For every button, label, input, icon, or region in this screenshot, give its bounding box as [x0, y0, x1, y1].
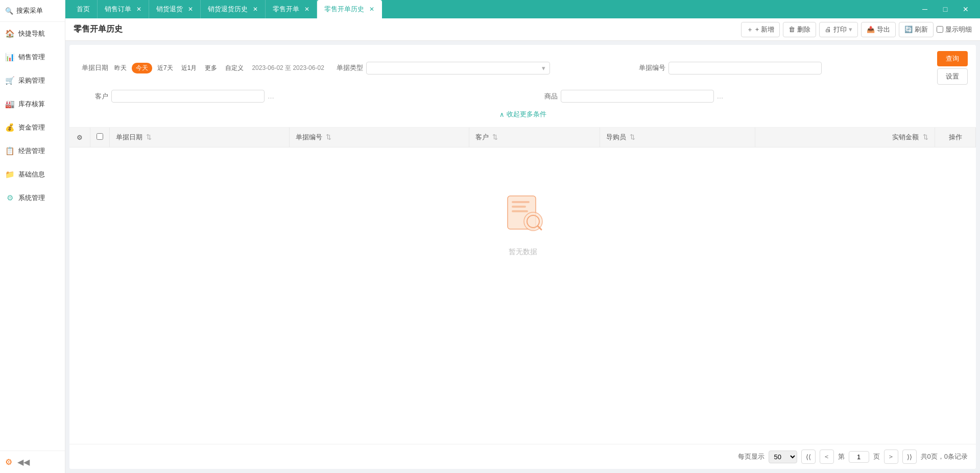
- print-icon: 🖨: [825, 26, 831, 33]
- order-type-label: 单据类型: [332, 63, 363, 72]
- export-icon: 📤: [867, 26, 875, 33]
- query-button[interactable]: 查询: [937, 51, 968, 66]
- tab-sales-return-history-close[interactable]: ✕: [253, 6, 258, 13]
- date-filter-label: 单据日期: [78, 63, 108, 72]
- print-dropdown-icon: ▾: [849, 26, 852, 33]
- order-no-input[interactable]: [668, 62, 822, 74]
- th-amount-label: 实销金额: [892, 133, 919, 141]
- page-prefix-label: 第: [838, 452, 845, 461]
- show-detail-checkbox[interactable]: [937, 26, 943, 33]
- page-number-input[interactable]: [849, 451, 869, 463]
- tab-retail-open[interactable]: 零售开单 ✕: [266, 0, 317, 18]
- sidebar-item-sys-mgmt[interactable]: ⚙ 系统管理: [0, 186, 65, 210]
- tab-retail-open-history[interactable]: 零售开单历史 ✕: [317, 0, 382, 18]
- date-btn-today[interactable]: 今天: [132, 63, 152, 73]
- th-date[interactable]: 单据日期 ⇅: [109, 128, 289, 147]
- date-btn-7days[interactable]: 近7天: [154, 63, 176, 73]
- add-label: + 新增: [755, 25, 774, 34]
- customer-input[interactable]: [111, 90, 265, 103]
- refresh-button[interactable]: 🔄 刷新: [899, 22, 934, 37]
- th-customer[interactable]: 客户 ⇅: [469, 128, 600, 147]
- collapse-filter-btn[interactable]: ∧ 收起更多条件: [499, 108, 546, 121]
- chart-icon: 📊: [5, 53, 14, 62]
- per-page-select[interactable]: 50 100 200: [769, 451, 797, 463]
- first-page-btn[interactable]: ⟨⟨: [801, 450, 816, 464]
- query-buttons: 查询 设置: [937, 51, 968, 85]
- tab-sales-return-history[interactable]: 销货退货历史 ✕: [201, 0, 266, 18]
- folder-icon: 📁: [5, 170, 14, 179]
- tab-sales-return-history-label: 销货退货历史: [208, 5, 248, 14]
- window-minimize-btn[interactable]: ─: [915, 0, 935, 18]
- next-page-btn[interactable]: ＞: [884, 450, 898, 464]
- show-detail-check[interactable]: 显示明细: [937, 25, 972, 34]
- th-checkbox[interactable]: [90, 128, 109, 147]
- select-all-checkbox[interactable]: [97, 133, 103, 140]
- delete-icon: 🗑: [788, 26, 795, 33]
- sidebar-search[interactable]: 🔍 搜索采单: [0, 0, 65, 22]
- sort-date-icon: ⇅: [146, 133, 152, 141]
- customer-dots[interactable]: …: [268, 92, 275, 100]
- th-amount[interactable]: 实销金额 ⇅: [755, 128, 935, 147]
- tab-sales-return-close[interactable]: ✕: [188, 6, 193, 13]
- goods-label: 商品: [527, 92, 558, 101]
- window-close-btn[interactable]: ✕: [955, 0, 976, 18]
- settings-footer-icon[interactable]: ⚙: [5, 457, 12, 467]
- order-no-label: 单据编号: [635, 63, 665, 72]
- th-no[interactable]: 单据编号 ⇅: [289, 128, 469, 147]
- add-button[interactable]: ＋ + 新增: [741, 22, 780, 37]
- sidebar-item-basic-info[interactable]: 📁 基础信息: [0, 163, 65, 186]
- goods-input[interactable]: [561, 90, 714, 103]
- sidebar-item-operation[interactable]: 📋 经营管理: [0, 139, 65, 163]
- sidebar-item-inventory[interactable]: 🏭 库存核算: [0, 92, 65, 116]
- cart-icon: 🛒: [5, 76, 14, 85]
- sort-salesperson-icon: ⇅: [630, 133, 635, 141]
- export-button[interactable]: 📤 导出: [861, 22, 896, 37]
- tab-sales-order-label: 销售订单: [105, 5, 131, 14]
- empty-text: 暂无数据: [509, 247, 537, 257]
- sidebar-item-quick-nav[interactable]: 🏠 快捷导航: [0, 22, 65, 45]
- collapse-footer-icon[interactable]: ◀◀: [17, 457, 30, 467]
- tab-retail-open-history-label: 零售开单历史: [324, 5, 364, 14]
- delete-button[interactable]: 🗑 删除: [783, 22, 816, 37]
- th-action-label: 操作: [949, 133, 962, 141]
- last-page-btn[interactable]: ⟩⟩: [902, 450, 917, 464]
- money-icon: 💰: [5, 123, 14, 132]
- goods-dots[interactable]: …: [717, 92, 725, 100]
- prev-page-btn[interactable]: ＜: [820, 450, 834, 464]
- setting-button[interactable]: 设置: [937, 68, 968, 85]
- th-salesperson[interactable]: 导购员 ⇅: [600, 128, 755, 147]
- sidebar-item-finance[interactable]: 💰 资金管理: [0, 116, 65, 139]
- date-btn-custom[interactable]: 自定义: [222, 63, 247, 73]
- date-shortcuts: 昨天 今天 近7天 近1月 更多 自定义: [111, 63, 247, 73]
- svg-rect-1: [512, 201, 530, 203]
- search-icon: 🔍: [5, 7, 13, 15]
- warehouse-icon: 🏭: [5, 99, 14, 109]
- empty-illustration: [497, 188, 548, 239]
- sidebar-item-label: 库存核算: [18, 99, 45, 109]
- sidebar-item-sales-mgmt[interactable]: 📊 销售管理: [0, 45, 65, 69]
- sidebar-item-label: 系统管理: [18, 193, 45, 203]
- collapse-up-icon: ∧: [499, 111, 505, 118]
- tab-sales-order-close[interactable]: ✕: [136, 6, 141, 13]
- print-button[interactable]: 🖨 打印 ▾: [819, 22, 858, 37]
- window-maximize-btn[interactable]: □: [935, 0, 955, 18]
- tab-sales-return[interactable]: 销货退货 ✕: [149, 0, 201, 18]
- content-area: 单据日期 昨天 今天 近7天 近1月 更多 自定义 2023-06-02 至 2…: [69, 45, 976, 469]
- sidebar-item-purchase-mgmt[interactable]: 🛒 采购管理: [0, 69, 65, 92]
- tab-sales-order[interactable]: 销售订单 ✕: [98, 0, 149, 18]
- main-area: 首页 销售订单 ✕ 销货退货 ✕ 销货退货历史 ✕ 零售开单 ✕ 零售开单历史 …: [65, 0, 980, 473]
- date-btn-1month[interactable]: 近1月: [178, 63, 200, 73]
- refresh-label: 刷新: [915, 25, 928, 34]
- order-type-select[interactable]: ▾: [366, 62, 550, 74]
- date-btn-more[interactable]: 更多: [202, 63, 220, 73]
- tab-home[interactable]: 首页: [69, 0, 98, 18]
- svg-rect-3: [512, 210, 528, 212]
- table-wrapper: ⚙ 单据日期 ⇅ 单据编号 ⇅ 客户 ⇅: [69, 128, 976, 444]
- tab-retail-open-history-close[interactable]: ✕: [369, 6, 374, 13]
- print-label: 打印: [833, 25, 847, 34]
- date-btn-yesterday[interactable]: 昨天: [111, 63, 130, 73]
- tab-retail-open-label: 零售开单: [273, 5, 299, 14]
- th-settings[interactable]: ⚙: [69, 128, 90, 147]
- sidebar-item-label: 销售管理: [18, 53, 45, 62]
- tab-retail-open-close[interactable]: ✕: [304, 6, 309, 13]
